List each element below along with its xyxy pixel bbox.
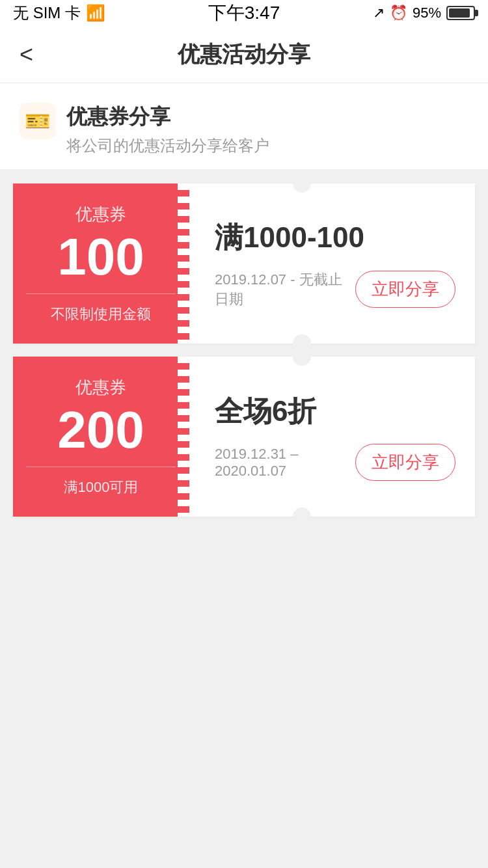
coupon-divider-1 — [26, 293, 176, 294]
section-header: 🎫 优惠券分享 将公司的优惠活动分享给客户 — [0, 83, 488, 169]
page-title: 优惠活动分享 — [178, 40, 310, 70]
coupon-condition-2: 满1000可用 — [64, 478, 139, 497]
notch-top — [293, 174, 311, 193]
share-button-1[interactable]: 立即分享 — [355, 271, 455, 308]
coupon-label-2: 优惠券 — [75, 376, 126, 399]
coupon-list: 优惠券 100 不限制使用金额 满1000-100 2019.12.07 - 无… — [0, 170, 488, 543]
coupon-date-1: 2019.12.07 - 无截止日期 — [215, 270, 349, 309]
carrier-label: 无 SIM 卡 — [13, 3, 81, 23]
coupon-name-1: 满1000-100 — [215, 219, 455, 257]
coupon-card-1: 优惠券 100 不限制使用金额 满1000-100 2019.12.07 - 无… — [13, 183, 475, 344]
section-text: 优惠券分享 将公司的优惠活动分享给客户 — [66, 103, 269, 156]
section-subtitle: 将公司的优惠活动分享给客户 — [66, 135, 269, 156]
section-title: 优惠券分享 — [66, 103, 269, 131]
notch-bottom-2 — [293, 508, 311, 526]
coupon-condition-1: 不限制使用金额 — [51, 305, 151, 324]
coupon-right-2: 全场6折 2019.12.31 – 2020.01.07 立即分享 — [189, 357, 475, 517]
coupon-name-2: 全场6折 — [215, 392, 455, 431]
wifi-icon: 📶 — [86, 4, 105, 22]
coupon-left-2: 优惠券 200 满1000可用 — [13, 357, 189, 517]
coupon-item: 优惠券 100 不限制使用金额 满1000-100 2019.12.07 - 无… — [13, 183, 475, 344]
coupon-divider-2 — [26, 467, 176, 467]
coupon-right-1: 满1000-100 2019.12.07 - 无截止日期 立即分享 — [189, 183, 475, 344]
alarm-icon: ⏰ — [390, 5, 407, 21]
coupon-amount-2: 200 — [57, 404, 144, 456]
section-icon: 🎫 — [20, 103, 56, 139]
share-button-2[interactable]: 立即分享 — [355, 444, 455, 481]
coupon-left-1: 优惠券 100 不限制使用金额 — [13, 183, 189, 344]
status-left: 无 SIM 卡 📶 — [13, 3, 105, 23]
coupon-label-1: 优惠券 — [75, 203, 126, 226]
status-bar: 无 SIM 卡 📶 下午3:47 ↗ ⏰ 95% — [0, 0, 488, 26]
status-time: 下午3:47 — [208, 1, 280, 25]
nav-bar: < 优惠活动分享 — [0, 26, 488, 83]
back-button[interactable]: < — [20, 41, 33, 68]
battery-icon — [446, 6, 475, 20]
notch-top-2 — [293, 347, 311, 366]
status-right: ↗ ⏰ 95% — [373, 5, 475, 21]
coupon-bottom-row-2: 2019.12.31 – 2020.01.07 立即分享 — [215, 444, 455, 481]
battery-percent: 95% — [413, 5, 441, 21]
coupon-date-2: 2019.12.31 – 2020.01.07 — [215, 446, 349, 480]
coupon-item-2: 优惠券 200 满1000可用 全场6折 2019.12.31 – 2020.0… — [13, 357, 475, 517]
coupon-bottom-row-1: 2019.12.07 - 无截止日期 立即分享 — [215, 270, 455, 309]
coupon-amount-1: 100 — [57, 231, 144, 283]
location-icon: ↗ — [373, 5, 385, 21]
coupon-card-2: 优惠券 200 满1000可用 全场6折 2019.12.31 – 2020.0… — [13, 357, 475, 517]
